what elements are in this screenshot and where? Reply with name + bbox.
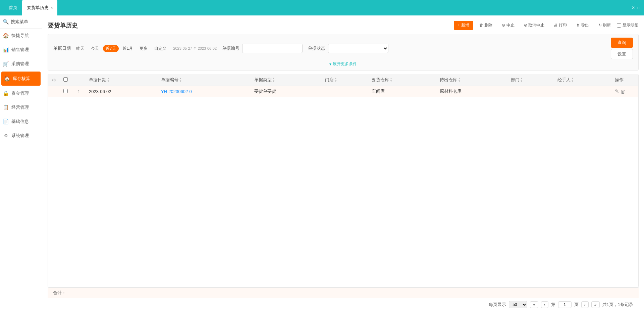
- date-btn-more[interactable]: 更多: [137, 45, 150, 52]
- query-button[interactable]: 查询: [611, 38, 633, 48]
- date-btn-last-month[interactable]: 近1月: [120, 45, 136, 52]
- sidebar-item-label: 快捷导航: [11, 33, 29, 39]
- th-order-no[interactable]: 单据编号 ▲▼: [158, 74, 251, 86]
- cell-req-warehouse: 车间库: [368, 86, 437, 97]
- cell-pending-warehouse: 原材料仓库: [436, 86, 507, 97]
- order-no-link[interactable]: YH-20230602-0: [161, 89, 192, 94]
- th-actions: 操作: [611, 74, 638, 86]
- new-button[interactable]: + 新增: [454, 21, 473, 30]
- sidebar-item-system-mgmt[interactable]: ⚙ 系统管理: [0, 129, 42, 143]
- content-area: 要货单历史 + 新增 🗑 删除 ⊘ 中止 ⊘ 取消中止 🖨 打印 ⬆ 导出 ↻ …: [42, 15, 644, 311]
- last-page-btn[interactable]: »: [591, 301, 600, 308]
- sidebar-item-ops-mgmt[interactable]: 📋 经营管理: [0, 100, 42, 115]
- next-page-btn[interactable]: ›: [581, 301, 589, 308]
- pagination-bar: 每页显示 50 100 200 « ‹ 第 页 › » 共1页，1条记录: [48, 298, 639, 311]
- th-handler[interactable]: 经手人 ▲▼: [554, 74, 611, 86]
- sidebar-item-sales-mgmt[interactable]: 📊 销售管理: [0, 43, 42, 57]
- sidebar-item-finance-mgmt[interactable]: 🔒 资金管理: [0, 86, 42, 100]
- sidebar-item-label: 系统管理: [11, 133, 29, 139]
- stop-button[interactable]: ⊘ 中止: [498, 21, 518, 30]
- status-select[interactable]: [328, 44, 388, 53]
- sidebar-item-label: 销售管理: [11, 47, 29, 53]
- cell-store: [322, 86, 368, 97]
- date-range-text: 2023-05-27 至 2023-06-02: [173, 46, 217, 51]
- sidebar-item-label: 库存核算: [13, 76, 30, 82]
- page-suffix: 页: [574, 302, 579, 308]
- th-num: [72, 74, 86, 86]
- home-icon: 🏠: [3, 33, 9, 39]
- sidebar-item-inventory-calc[interactable]: 🏠 库存核算: [1, 72, 41, 86]
- delete-row-icon[interactable]: 🗑: [621, 89, 626, 94]
- refresh-button[interactable]: ↻ 刷新: [595, 21, 614, 30]
- status-label: 单据状态: [308, 45, 325, 51]
- select-all-checkbox[interactable]: [63, 77, 68, 82]
- th-department[interactable]: 部门 ▲▼: [507, 74, 554, 86]
- sidebar-item-label: 资金管理: [11, 90, 29, 96]
- row-checkbox[interactable]: [63, 89, 68, 93]
- total-records: 共1页，1条记录: [602, 302, 633, 308]
- window-close-btn[interactable]: ✕: [632, 5, 635, 10]
- cell-checkbox: [60, 86, 72, 97]
- tab-close-icon[interactable]: ×: [51, 6, 53, 10]
- filter-row: 单据日期 昨天 今天 近7天 近1月 更多 自定义 2023-05-27 至 2…: [53, 38, 633, 59]
- sidebar-search-label: 搜索菜单: [11, 19, 28, 25]
- sidebar-item-label: 经营管理: [11, 104, 29, 110]
- filter-settings-button[interactable]: 设置: [611, 49, 633, 59]
- per-page-label: 每页显示: [489, 302, 506, 308]
- basic-info-icon: 📄: [3, 119, 9, 125]
- show-detail-checkbox[interactable]: [617, 23, 621, 28]
- table-settings-icon[interactable]: ⚙: [51, 78, 57, 83]
- cell-department: [507, 86, 554, 97]
- window-maximize-btn[interactable]: □: [638, 5, 640, 10]
- date-btn-today[interactable]: 今天: [88, 45, 102, 52]
- cell-order-type: 要货单要货: [251, 86, 322, 97]
- cancel-stop-button[interactable]: ⊘ 取消中止: [521, 21, 548, 30]
- filter-area: 单据日期 昨天 今天 近7天 近1月 更多 自定义 2023-05-27 至 2…: [48, 34, 639, 71]
- sidebar-item-label: 采购管理: [11, 61, 29, 67]
- cell-order-no: YH-20230602-0: [158, 86, 251, 97]
- page-header: 要货单历史 + 新增 🗑 删除 ⊘ 中止 ⊘ 取消中止 🖨 打印 ⬆ 导出 ↻ …: [48, 21, 639, 30]
- tab-home-label: 首页: [9, 5, 17, 11]
- finance-icon: 🔒: [3, 90, 9, 96]
- date-label: 单据日期: [53, 45, 71, 51]
- order-no-label: 单据编号: [222, 45, 239, 51]
- table-footer: 合计：: [48, 287, 639, 298]
- tab-home[interactable]: 首页: [4, 0, 22, 15]
- th-req-warehouse[interactable]: 要货仓库 ▲▼: [368, 74, 437, 86]
- th-order-type[interactable]: 单据类型 ▲▼: [251, 74, 322, 86]
- page-input[interactable]: [558, 301, 572, 308]
- filter-status-item: 单据状态: [308, 44, 388, 53]
- export-button[interactable]: ⬆ 导出: [573, 21, 592, 30]
- print-button[interactable]: 🖨 打印: [550, 21, 570, 30]
- per-page-select[interactable]: 50 100 200: [509, 301, 527, 308]
- th-date[interactable]: 单据日期 ▲▼: [86, 74, 158, 86]
- page-label: 第: [551, 302, 555, 308]
- first-page-btn[interactable]: «: [530, 301, 538, 308]
- sidebar-item-purchase-mgmt[interactable]: 🛒 采购管理: [0, 57, 42, 71]
- sidebar-item-label: 基础信息: [11, 119, 29, 125]
- table-row: 1 2023-06-02 YH-20230602-0 要货单要货 车间库 原材料…: [48, 86, 638, 97]
- cell-settings: [48, 86, 60, 97]
- sidebar-item-basic-info[interactable]: 📄 基础信息: [0, 115, 42, 129]
- page-content: 要货单历史 + 新增 🗑 删除 ⊘ 中止 ⊘ 取消中止 🖨 打印 ⬆ 导出 ↻ …: [42, 15, 644, 311]
- show-detail-label[interactable]: 显示明细: [617, 23, 639, 28]
- date-btn-yesterday[interactable]: 昨天: [73, 45, 87, 52]
- th-store[interactable]: 门店 ▲▼: [322, 74, 368, 86]
- prev-page-btn[interactable]: ‹: [541, 301, 548, 308]
- filter-date-item: 单据日期 昨天 今天 近7天 近1月 更多 自定义 2023-05-27 至 2…: [53, 45, 217, 52]
- date-btn-custom[interactable]: 自定义: [152, 45, 169, 52]
- cell-date: 2023-06-02: [86, 86, 158, 97]
- th-settings[interactable]: ⚙: [48, 74, 60, 86]
- cell-handler: [554, 86, 611, 97]
- expand-more-btn[interactable]: ▾ 展开更多条件: [53, 61, 633, 67]
- tab-requisition-history[interactable]: 要货单历史 ×: [22, 0, 57, 15]
- th-checkbox: [60, 74, 72, 86]
- sidebar-item-quick-nav[interactable]: 🏠 快捷导航: [0, 29, 42, 43]
- date-btn-last7[interactable]: 近7天: [103, 45, 119, 52]
- tab-nav: 首页 要货单历史 ×: [4, 0, 57, 15]
- sidebar-search[interactable]: 🔍 搜索菜单: [0, 15, 42, 29]
- edit-icon[interactable]: ✎: [615, 88, 619, 94]
- order-no-input[interactable]: [242, 44, 303, 53]
- th-pending-warehouse[interactable]: 待出仓库 ▲▼: [436, 74, 507, 86]
- delete-button[interactable]: 🗑 删除: [476, 21, 496, 30]
